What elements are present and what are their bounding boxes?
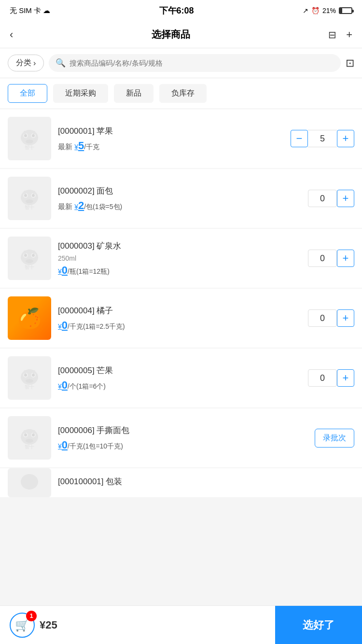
qty-input[interactable] <box>308 130 337 147</box>
tab-negative[interactable]: 负库存 <box>159 84 207 103</box>
qty-input[interactable] <box>308 369 337 387</box>
search-input[interactable] <box>70 59 334 67</box>
qty-input[interactable] <box>308 190 337 207</box>
qty-plus-button[interactable]: + <box>337 369 354 387</box>
svg-point-3 <box>24 134 27 137</box>
svg-point-14 <box>26 199 33 203</box>
cart-icon: 🛒 <box>15 618 29 632</box>
scan-icon[interactable]: ⊡ <box>346 57 354 70</box>
list-item: 🍊 [0000004] 橘子 ¥0/千克(1箱=2.5千克) + <box>0 289 362 348</box>
product-price: ¥0/千克(1箱=2.5千克) <box>58 319 301 332</box>
product-price: ¥0/个(1箱=6个) <box>58 379 301 392</box>
batch-button[interactable]: 录批次 <box>315 429 354 448</box>
product-image-0000002: 智十 <box>8 177 51 220</box>
product-image-000100001 <box>8 468 51 497</box>
product-info-0000001: [0000001] 苹果 最新 ¥5/千克 <box>58 126 284 152</box>
svg-rect-15 <box>24 191 26 194</box>
nav-left: ‹ <box>10 28 13 41</box>
quantity-control-0000002: + <box>308 190 354 207</box>
svg-point-45 <box>21 474 38 490</box>
product-name: [0000005] 芒果 <box>58 365 301 376</box>
tab-recent[interactable]: 近期采购 <box>53 84 108 103</box>
product-image-0000006: 智十 <box>8 416 51 460</box>
filter-icon[interactable]: ⊟ <box>328 29 336 41</box>
qty-input[interactable] <box>308 309 337 327</box>
svg-point-40 <box>32 434 35 436</box>
nav-right: ⊟ + <box>328 28 352 41</box>
product-name: [0000003] 矿泉水 <box>58 240 301 252</box>
svg-rect-16 <box>33 191 35 194</box>
product-price: 最新 ¥2/包(1袋=5包) <box>58 199 301 212</box>
svg-point-23 <box>26 259 33 263</box>
cart-button[interactable]: 🛒 1 <box>10 613 35 638</box>
qty-plus-button[interactable]: + <box>337 130 354 147</box>
svg-rect-25 <box>33 251 35 254</box>
svg-point-13 <box>32 194 35 197</box>
alarm-icon: ⏰ <box>311 7 320 14</box>
cart-badge: 1 <box>26 611 37 621</box>
product-info-0000006: [0000006] 手撕面包 ¥0/千克(1包=10千克) <box>58 425 308 451</box>
nav-bar: ‹ 选择商品 ⊟ + <box>0 21 362 48</box>
product-info-0000002: [0000002] 面包 最新 ¥2/包(1袋=5包) <box>58 185 301 212</box>
qty-minus-button[interactable]: − <box>291 130 308 147</box>
sim-status: 无 SIM 卡 ☁ <box>10 6 50 15</box>
cart-total: ¥25 <box>40 619 57 631</box>
filter-bar: 分类 › 🔍 ⊡ <box>0 48 362 78</box>
battery-percent: 21% <box>322 7 336 14</box>
confirm-button[interactable]: 选好了 <box>275 606 362 644</box>
svg-point-41 <box>26 439 33 443</box>
svg-rect-42 <box>24 430 26 434</box>
product-name: [0000006] 手撕面包 <box>58 425 308 436</box>
qty-input[interactable] <box>308 250 337 267</box>
qty-plus-button[interactable]: + <box>337 250 354 267</box>
status-bar: 无 SIM 卡 ☁ 下午6:08 ↗ ⏰ 21% <box>0 0 362 21</box>
list-item: 智十 [0000006] 手撕面包 ¥0/千克(1包=10千克) 录批次 <box>0 408 362 467</box>
list-item: [000100001] 包装 <box>0 468 362 497</box>
product-info-0000003: [0000003] 矿泉水 250ml ¥0/瓶(1箱=12瓶) <box>58 240 301 277</box>
status-right: ↗ ⏰ 21% <box>303 7 352 14</box>
search-box: 🔍 <box>49 54 341 72</box>
product-name: [000100001] 包装 <box>58 476 354 487</box>
category-button[interactable]: 分类 › <box>8 55 44 71</box>
product-info-0000004: [0000004] 橘子 ¥0/千克(1箱=2.5千克) <box>58 305 301 332</box>
category-label: 分类 <box>16 58 31 68</box>
svg-point-30 <box>24 374 27 377</box>
product-image-0000001: 智十 <box>8 117 51 160</box>
qty-plus-button[interactable]: + <box>337 190 354 207</box>
list-item: 智十 [0000003] 矿泉水 250ml ¥0/瓶(1箱=12瓶) + <box>0 229 362 288</box>
product-info-0000005: [0000005] 芒果 ¥0/个(1箱=6个) <box>58 365 301 392</box>
svg-point-12 <box>24 194 27 197</box>
page-title: 选择商品 <box>152 28 190 41</box>
product-image-0000003: 智十 <box>8 237 51 280</box>
quantity-control-0000004: + <box>308 309 354 327</box>
status-time: 下午6:08 <box>159 5 194 16</box>
product-name: [0000002] 面包 <box>58 185 301 196</box>
list-item: 智十 [0000001] 苹果 最新 ¥5/千克 − + <box>0 109 362 168</box>
product-list: 智十 [0000001] 苹果 最新 ¥5/千克 − + <box>0 109 362 542</box>
svg-point-4 <box>32 134 35 137</box>
svg-point-39 <box>24 434 27 436</box>
product-image-0000005: 智十 <box>8 356 51 400</box>
orange-image: 🍊 <box>8 296 51 340</box>
svg-text:智十: 智十 <box>25 444 34 449</box>
add-icon[interactable]: + <box>346 28 352 41</box>
location-icon: ↗ <box>303 7 308 14</box>
qty-plus-button[interactable]: + <box>337 309 354 327</box>
svg-rect-7 <box>33 131 35 134</box>
back-button[interactable]: ‹ <box>10 28 13 41</box>
product-price: ¥0/千克(1包=10千克) <box>58 439 308 451</box>
tab-all[interactable]: 全部 <box>8 84 47 103</box>
quantity-control-0000003: + <box>308 250 354 267</box>
svg-text:智十: 智十 <box>25 384 34 390</box>
quantity-control-0000001: − + <box>291 130 354 147</box>
product-price: 最新 ¥5/千克 <box>58 140 284 152</box>
product-price: ¥0/瓶(1箱=12瓶) <box>58 264 301 277</box>
status-left: 无 SIM 卡 ☁ <box>10 6 50 15</box>
tab-new[interactable]: 新品 <box>114 84 153 103</box>
svg-rect-43 <box>33 430 35 434</box>
bottom-bar: 🛒 1 ¥25 选好了 <box>0 605 362 644</box>
product-info-000100001: [000100001] 包装 <box>58 476 354 490</box>
svg-text:智十: 智十 <box>25 145 34 150</box>
svg-point-31 <box>32 374 35 377</box>
list-item: 智十 [0000002] 面包 最新 ¥2/包(1袋=5包) + <box>0 169 362 228</box>
